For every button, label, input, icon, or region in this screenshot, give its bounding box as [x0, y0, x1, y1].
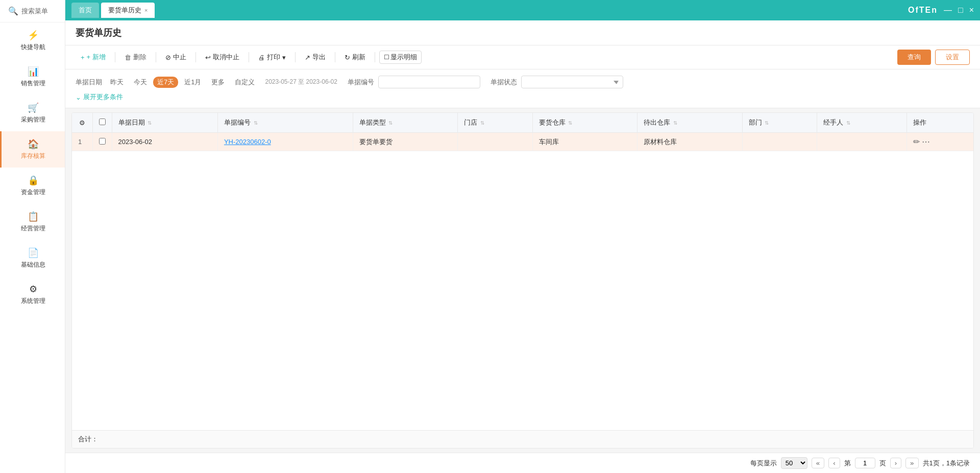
quick-nav-icon: ⚡ [28, 30, 39, 41]
query-button[interactable]: 查询 [897, 50, 931, 65]
row-checkbox-cell[interactable] [92, 133, 112, 151]
col-pending-warehouse: 待出仓库 ⇅ [638, 113, 742, 133]
tab-close-icon[interactable]: × [144, 7, 148, 13]
divider-4 [249, 52, 249, 62]
sidebar-item-purchase[interactable]: 🛒 采购管理 [0, 95, 65, 131]
topbar-right: OfTEn — □ × [908, 6, 974, 15]
page-title: 要货单历史 [76, 27, 970, 39]
next-page-button[interactable]: › [890, 458, 901, 468]
table-body: 1 2023-06-02 YH-20230602-0 要货单要货 车间库 原材料… [72, 133, 973, 151]
date-filter-label: 单据日期 [76, 78, 102, 87]
sidebar-item-quick-nav[interactable]: ⚡ 快捷导航 [0, 22, 65, 59]
cancel-stop-button[interactable]: ↩ 取消中止 [200, 51, 244, 64]
topbar: 首页 要货单历史 × OfTEn — □ × [65, 0, 980, 20]
expand-label: 展开更多条件 [83, 92, 123, 102]
print-button[interactable]: 🖨 打印 ▾ [253, 51, 291, 64]
maximize-button[interactable]: □ [958, 6, 963, 15]
edit-action-icon[interactable]: ✏ [913, 137, 920, 147]
more-action-icon[interactable]: ⋯ [922, 137, 930, 147]
store-sort-icon[interactable]: ⇅ [480, 120, 484, 126]
last-page-button[interactable]: » [905, 458, 918, 468]
divider-5 [295, 52, 296, 62]
col-settings-icon[interactable]: ⚙ [79, 119, 85, 127]
col-order-no: 单据编号 ⇅ [217, 113, 353, 133]
cancel-stop-icon: ↩ [205, 54, 211, 61]
pending-warehouse-sort-icon[interactable]: ⇅ [673, 120, 677, 126]
search-menu-item[interactable]: 🔍 搜索菜单 [0, 0, 65, 22]
expand-icon: ⌄ [76, 93, 81, 101]
refresh-button[interactable]: ↻ 刷新 [339, 51, 371, 64]
new-button[interactable]: + + 新增 [76, 51, 111, 64]
dept-sort-icon[interactable]: ⇅ [765, 120, 769, 126]
col-order-type-label: 单据类型 [359, 119, 386, 126]
prev-page-button[interactable]: ‹ [828, 458, 840, 468]
page-input[interactable] [855, 458, 875, 468]
sidebar-item-label: 销售管理 [21, 79, 45, 88]
sidebar-item-basic[interactable]: 📄 基础信息 [0, 240, 65, 276]
row-order-type: 要货单要货 [353, 133, 457, 151]
basic-icon: 📄 [28, 247, 39, 258]
sidebar-item-label: 经营管理 [21, 224, 45, 233]
select-all-checkbox[interactable] [99, 119, 106, 125]
delete-label: 删除 [133, 53, 146, 62]
home-tab-label: 首页 [79, 6, 92, 15]
status-select[interactable] [521, 76, 623, 88]
sidebar-item-operations[interactable]: 📋 经营管理 [0, 204, 65, 240]
sidebar-item-label: 快捷导航 [21, 43, 45, 52]
sidebar-item-finance[interactable]: 🔒 资金管理 [0, 168, 65, 204]
new-label: + 新增 [87, 53, 106, 62]
date-btn-today[interactable]: 今天 [130, 77, 151, 88]
col-order-type: 单据类型 ⇅ [353, 113, 457, 133]
divider-2 [156, 52, 156, 62]
col-pending-warehouse-label: 待出仓库 [644, 119, 670, 126]
sidebar-item-sales[interactable]: 📊 销售管理 [0, 59, 65, 95]
handler-sort-icon[interactable]: ⇅ [846, 120, 850, 126]
sidebar-item-system[interactable]: ⚙ 系统管理 [0, 276, 65, 313]
active-tab-label: 要货单历史 [108, 6, 141, 15]
divider-3 [195, 52, 196, 62]
col-checkbox[interactable] [92, 113, 112, 133]
expand-more-btn[interactable]: ⌄ 展开更多条件 [76, 92, 970, 102]
per-page-select[interactable]: 20 50 100 200 [781, 457, 807, 469]
date-sort-icon[interactable]: ⇅ [148, 120, 152, 126]
row-order-no-link[interactable]: YH-20230602-0 [224, 138, 271, 146]
date-btn-more[interactable]: 更多 [207, 77, 229, 88]
export-button[interactable]: ↗ 导出 [300, 51, 331, 64]
date-btn-1month[interactable]: 近1月 [180, 77, 205, 88]
sidebar-item-label: 资金管理 [21, 188, 45, 197]
col-store: 门店 ⇅ [458, 113, 533, 133]
order-no-sort-icon[interactable]: ⇅ [254, 120, 258, 126]
filter-date-item: 单据日期 昨天 今天 近7天 近1月 更多 自定义 2023-05-27 至 2… [76, 77, 337, 88]
finance-icon: 🔒 [28, 175, 39, 186]
col-settings: ⚙ [72, 113, 92, 133]
req-warehouse-sort-icon[interactable]: ⇅ [568, 120, 572, 126]
cancel-stop-label: 取消中止 [213, 53, 239, 62]
close-window-button[interactable]: × [969, 6, 974, 15]
date-btn-yesterday[interactable]: 昨天 [106, 77, 128, 88]
stop-button[interactable]: ⊘ 中止 [160, 51, 191, 64]
col-actions: 操作 [907, 113, 973, 133]
order-type-sort-icon[interactable]: ⇅ [388, 120, 393, 126]
row-store [458, 133, 533, 151]
inventory-icon: 🏠 [28, 138, 39, 150]
page-end-label: 页 [879, 459, 886, 468]
row-checkbox[interactable] [99, 138, 106, 145]
filter-row-1: 单据日期 昨天 今天 近7天 近1月 更多 自定义 2023-05-27 至 2… [76, 76, 970, 88]
order-no-input[interactable] [378, 76, 480, 88]
sidebar-item-label: 系统管理 [21, 297, 45, 305]
first-page-button[interactable]: « [812, 458, 824, 468]
minimize-button[interactable]: — [944, 6, 952, 15]
setting-button[interactable]: 设置 [935, 50, 970, 65]
row-order-no[interactable]: YH-20230602-0 [217, 133, 353, 151]
display-detail-button[interactable]: ☐ 显示明细 [379, 51, 422, 64]
sidebar: 🔍 搜索菜单 ⚡ 快捷导航 📊 销售管理 🛒 采购管理 🏠 库存核算 🔒 资金管… [0, 0, 65, 473]
operations-icon: 📋 [28, 211, 39, 222]
filter-status-item: 单据状态 ▾ [491, 76, 618, 88]
active-tab[interactable]: 要货单历史 × [101, 3, 155, 18]
home-tab[interactable]: 首页 [71, 3, 99, 18]
date-btn-custom[interactable]: 自定义 [231, 77, 259, 88]
order-no-label: 单据编号 [348, 78, 374, 87]
delete-button[interactable]: 🗑 删除 [119, 51, 152, 64]
date-btn-7days[interactable]: 近7天 [153, 77, 178, 88]
sidebar-item-inventory[interactable]: 🏠 库存核算 [0, 131, 65, 168]
